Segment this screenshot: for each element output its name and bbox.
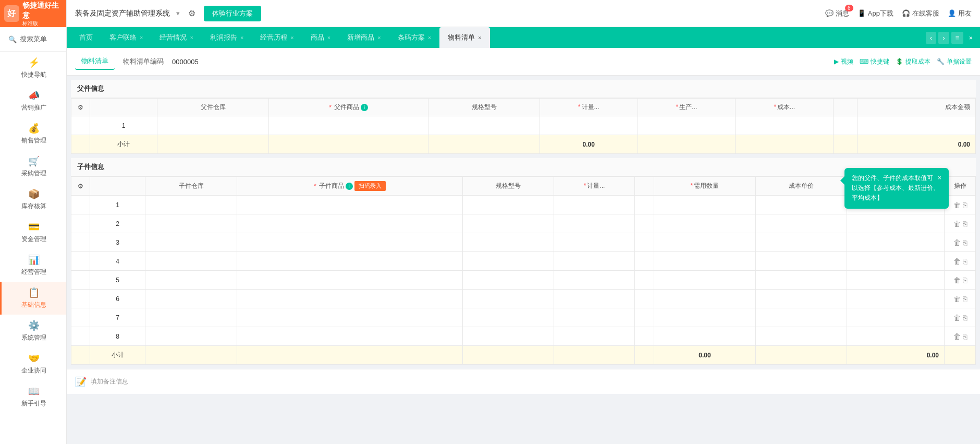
tab-bom-close[interactable]: ×: [478, 34, 481, 41]
tab-new-goods[interactable]: 新增商品 ×: [339, 27, 389, 48]
child-row2-qty[interactable]: [654, 214, 756, 233]
child-row3-goods[interactable]: [237, 233, 462, 252]
tab-barcode[interactable]: 条码方案 ×: [389, 27, 439, 48]
tab-barcode-close[interactable]: ×: [428, 34, 431, 41]
scan-input-button[interactable]: 扫码录入: [354, 181, 386, 191]
online-service-button[interactable]: 🎧 在线客服: [902, 9, 939, 18]
parent-row1-produce[interactable]: [638, 116, 736, 135]
child-row8-qty[interactable]: [654, 327, 756, 346]
tab-goods-close[interactable]: ×: [327, 34, 330, 41]
nav-prev-button[interactable]: ‹: [926, 32, 936, 44]
child-row7-goods[interactable]: [237, 308, 462, 327]
copy-row-icon[interactable]: ⎘: [963, 257, 967, 266]
sidebar-item-system[interactable]: ⚙️ 系统管理: [0, 315, 66, 347]
delete-row-icon[interactable]: 🗑: [953, 314, 961, 322]
copy-row-icon[interactable]: ⎘: [963, 276, 967, 284]
messages-button[interactable]: 💬 消息 6: [825, 9, 849, 18]
child-row4-unit[interactable]: [554, 252, 634, 271]
tab-customer-close[interactable]: ×: [140, 34, 143, 41]
single-settings-button[interactable]: 🔧 单据设置: [937, 57, 972, 66]
experience-button[interactable]: 体验行业方案: [204, 6, 261, 21]
tooltip-close-button[interactable]: ×: [938, 173, 941, 183]
child-row8-goods[interactable]: [237, 327, 462, 346]
parent-row1-unit[interactable]: [540, 116, 638, 135]
child-row3-unit[interactable]: [554, 233, 634, 252]
sidebar-item-operations[interactable]: 📊 经营管理: [0, 249, 66, 282]
child-row2-unit[interactable]: [554, 214, 634, 233]
nav-close-button[interactable]: ×: [965, 34, 976, 42]
nav-menu-button[interactable]: ≡: [951, 32, 964, 44]
extract-cost-button[interactable]: 💲 提取成本: [896, 57, 930, 66]
sidebar-item-marketing[interactable]: 📣 营销推广: [0, 85, 66, 117]
add-note-icon[interactable]: 📝: [75, 376, 87, 388]
child-row5-spec[interactable]: [462, 271, 554, 290]
child-row8-unit[interactable]: [554, 327, 634, 346]
tab-bom[interactable]: 物料清单 ×: [439, 27, 489, 48]
child-row6-cost-price[interactable]: [755, 290, 847, 308]
tab-operations[interactable]: 经营情况 ×: [151, 27, 201, 48]
child-row6-warehouse[interactable]: [145, 290, 237, 308]
child-row6-unit[interactable]: [554, 290, 634, 308]
parent-row1-goods[interactable]: [268, 116, 428, 135]
tab-profit[interactable]: 利润报告 ×: [202, 27, 252, 48]
delete-row-icon[interactable]: 🗑: [953, 238, 961, 247]
tab-history-close[interactable]: ×: [290, 34, 293, 41]
parent-row1-cost[interactable]: [736, 116, 834, 135]
child-row3-cost-price[interactable]: [755, 233, 847, 252]
copy-row-icon[interactable]: ⎘: [963, 295, 967, 303]
delete-row-icon[interactable]: 🗑: [953, 332, 961, 341]
child-row1-cost-price[interactable]: [755, 196, 847, 214]
app-download-button[interactable]: 📱 App下载: [858, 9, 893, 18]
sidebar-item-basic-info[interactable]: 📋 基础信息: [0, 282, 66, 315]
child-row8-spec[interactable]: [462, 327, 554, 346]
child-row6-qty[interactable]: [654, 290, 756, 308]
nav-next-button[interactable]: ›: [938, 32, 949, 44]
sidebar-item-enterprise[interactable]: 🤝 企业协同: [0, 347, 66, 380]
tab-goods[interactable]: 商品 ×: [302, 27, 339, 48]
child-row5-warehouse[interactable]: [145, 271, 237, 290]
sidebar-search[interactable]: 🔍 搜索菜单: [0, 27, 66, 52]
child-row1-qty[interactable]: [654, 196, 756, 214]
tab-customer[interactable]: 客户联络 ×: [101, 27, 151, 48]
child-row3-qty[interactable]: [654, 233, 756, 252]
child-row1-warehouse[interactable]: [145, 196, 237, 214]
child-row2-spec[interactable]: [462, 214, 554, 233]
gear-icon[interactable]: ⚙: [78, 104, 83, 111]
child-row3-spec[interactable]: [462, 233, 554, 252]
delete-row-icon[interactable]: 🗑: [953, 257, 961, 266]
sidebar-item-purchase[interactable]: 🛒 采购管理: [0, 150, 66, 183]
child-row7-warehouse[interactable]: [145, 308, 237, 327]
child-row4-spec[interactable]: [462, 252, 554, 271]
child-row8-cost-price[interactable]: [755, 327, 847, 346]
delete-row-icon[interactable]: 🗑: [953, 276, 961, 284]
child-row2-cost-price[interactable]: [755, 214, 847, 233]
child-row6-goods[interactable]: [237, 290, 462, 308]
sidebar-item-sales[interactable]: 💰 销售管理: [0, 117, 66, 150]
child-row4-goods[interactable]: [237, 252, 462, 271]
sidebar-item-finance[interactable]: 💳 资金管理: [0, 216, 66, 249]
tab-new-goods-close[interactable]: ×: [377, 34, 381, 41]
page-tab-bom[interactable]: 物料清单: [75, 53, 115, 70]
user-menu[interactable]: 👤 用友: [948, 9, 972, 18]
copy-row-icon[interactable]: ⎘: [963, 238, 967, 247]
copy-row-icon[interactable]: ⎘: [963, 201, 967, 209]
child-row2-goods[interactable]: [237, 214, 462, 233]
child-goods-info-icon[interactable]: i: [346, 183, 353, 190]
sidebar-item-quick-nav[interactable]: ⚡ 快捷导航: [0, 52, 66, 85]
child-row7-qty[interactable]: [654, 308, 756, 327]
child-row4-qty[interactable]: [654, 252, 756, 271]
child-row5-cost-price[interactable]: [755, 271, 847, 290]
child-row7-cost-price[interactable]: [755, 308, 847, 327]
child-row8-warehouse[interactable]: [145, 327, 237, 346]
delete-row-icon[interactable]: 🗑: [953, 201, 961, 209]
child-row2-warehouse[interactable]: [145, 214, 237, 233]
parent-row1-warehouse[interactable]: [157, 116, 268, 135]
delete-row-icon[interactable]: 🗑: [953, 220, 961, 228]
sidebar-item-guide[interactable]: 📖 新手引导: [0, 380, 66, 413]
child-row3-warehouse[interactable]: [145, 233, 237, 252]
child-gear-icon[interactable]: ⚙: [78, 183, 83, 190]
child-row1-unit[interactable]: [554, 196, 634, 214]
child-row7-spec[interactable]: [462, 308, 554, 327]
search-menu-button[interactable]: 🔍 搜索菜单: [4, 31, 62, 47]
child-row5-unit[interactable]: [554, 271, 634, 290]
